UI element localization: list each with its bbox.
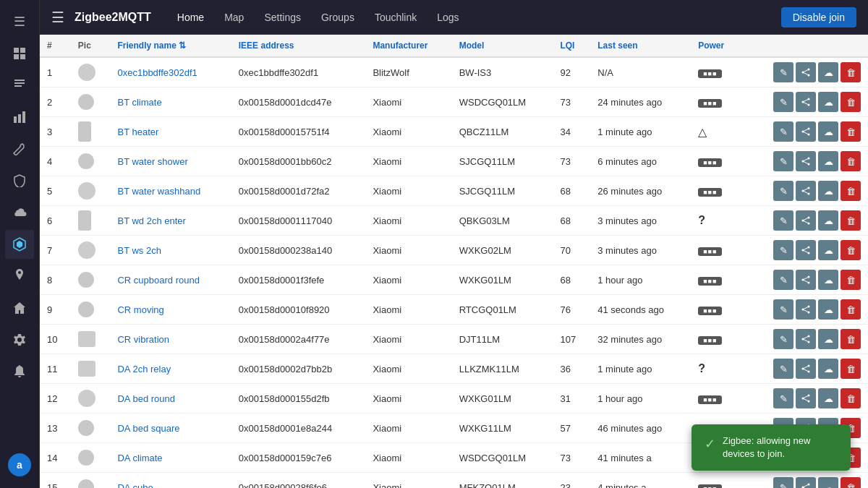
edit-button[interactable]: ✎ xyxy=(773,270,793,290)
cell-manufacturer: BlitzWolf xyxy=(365,57,451,87)
delete-button[interactable]: 🗑 xyxy=(841,359,861,379)
share-button[interactable] xyxy=(796,270,816,290)
cloud-button[interactable]: ☁ xyxy=(818,181,838,201)
share-button[interactable] xyxy=(796,359,816,379)
friendly-name-link[interactable]: BT wd 2ch enter xyxy=(117,215,185,226)
edit-button[interactable]: ✎ xyxy=(773,121,793,142)
friendly-name-link[interactable]: DA 2ch relay xyxy=(117,364,171,374)
edit-button[interactable]: ✎ xyxy=(773,299,793,320)
edit-button[interactable]: ✎ xyxy=(773,151,793,171)
dashboard-icon[interactable] xyxy=(5,39,34,68)
nav-logs[interactable]: Logs xyxy=(428,9,467,26)
share-button[interactable] xyxy=(796,151,816,171)
delete-button[interactable]: 🗑 xyxy=(841,181,861,201)
friendly-name-link[interactable]: BT heater xyxy=(117,127,158,137)
nav-touchlink[interactable]: Touchlink xyxy=(366,9,425,26)
share-button[interactable] xyxy=(796,210,816,231)
edit-button[interactable]: ✎ xyxy=(773,62,793,82)
avatar-icon[interactable]: a xyxy=(8,453,31,476)
svg-rect-2 xyxy=(14,54,19,59)
share-button[interactable] xyxy=(796,329,816,349)
cloud-button[interactable]: ☁ xyxy=(818,240,838,260)
friendly-name-link[interactable]: DA cube xyxy=(117,482,153,489)
disable-join-button[interactable]: Disable join xyxy=(781,7,856,27)
share-button[interactable] xyxy=(796,181,816,201)
cloud-button[interactable]: ☁ xyxy=(818,92,838,112)
friendly-name-link[interactable]: BT water shower xyxy=(117,156,187,167)
delete-button[interactable]: 🗑 xyxy=(841,299,861,320)
friendly-name-link[interactable]: DA climate xyxy=(117,453,162,463)
wrench-icon[interactable] xyxy=(5,134,34,163)
friendly-name-link[interactable]: BT water washhand xyxy=(117,186,200,197)
devices-icon[interactable] xyxy=(5,71,34,100)
share-button[interactable] xyxy=(796,299,816,320)
sort-ieee[interactable]: IEEE address xyxy=(239,40,294,51)
bell-icon[interactable] xyxy=(5,357,34,386)
delete-button[interactable]: 🗑 xyxy=(841,62,861,82)
delete-button[interactable]: 🗑 xyxy=(841,329,861,349)
hamburger-menu[interactable]: ☰ xyxy=(51,9,64,26)
cell-pic xyxy=(71,295,111,325)
delete-button[interactable]: 🗑 xyxy=(841,240,861,260)
cloud-button[interactable]: ☁ xyxy=(818,359,838,379)
edit-button[interactable]: ✎ xyxy=(773,359,793,379)
cloud-button[interactable]: ☁ xyxy=(818,62,838,82)
share-button[interactable] xyxy=(796,92,816,112)
friendly-name-link[interactable]: DA bed square xyxy=(117,423,179,434)
edit-button[interactable]: ✎ xyxy=(773,477,793,488)
friendly-name-link[interactable]: BT ws 2ch xyxy=(117,245,161,256)
delete-button[interactable]: 🗑 xyxy=(841,151,861,171)
cloud-button[interactable]: ☁ xyxy=(818,270,838,290)
sort-power[interactable]: Power xyxy=(698,40,724,51)
edit-button[interactable]: ✎ xyxy=(773,388,793,408)
delete-button[interactable]: 🗑 xyxy=(841,477,861,488)
cloud-button[interactable]: ☁ xyxy=(818,329,838,349)
edit-button[interactable]: ✎ xyxy=(773,329,793,349)
delete-button[interactable]: 🗑 xyxy=(841,92,861,112)
edit-button[interactable]: ✎ xyxy=(773,92,793,112)
svg-line-56 xyxy=(803,309,809,312)
zigbee-icon[interactable] xyxy=(5,230,34,259)
share-button[interactable] xyxy=(796,62,816,82)
nav-groups[interactable]: Groups xyxy=(312,9,363,26)
friendly-name-link[interactable]: CR cupboard round xyxy=(117,275,199,286)
sort-last-seen[interactable]: Last seen xyxy=(597,40,637,51)
friendly-name-link[interactable]: CR moving xyxy=(117,304,163,315)
menu-icon[interactable]: ☰ xyxy=(5,7,34,36)
delete-button[interactable]: 🗑 xyxy=(841,210,861,231)
sort-manufacturer[interactable]: Manufacturer xyxy=(373,40,427,51)
friendly-name-link[interactable]: CR vibration xyxy=(117,334,169,345)
edit-button[interactable]: ✎ xyxy=(773,240,793,260)
nav-map[interactable]: Map xyxy=(216,9,252,26)
share-button[interactable] xyxy=(796,240,816,260)
share-button[interactable] xyxy=(796,121,816,142)
edit-button[interactable]: ✎ xyxy=(773,181,793,201)
sort-friendly-name[interactable]: Friendly name ⇅ xyxy=(117,40,186,51)
nav-settings[interactable]: Settings xyxy=(255,9,310,26)
share-button[interactable] xyxy=(796,477,816,488)
cloud-button[interactable]: ☁ xyxy=(818,299,838,320)
delete-button[interactable]: 🗑 xyxy=(841,121,861,142)
delete-button[interactable]: 🗑 xyxy=(841,270,861,290)
delete-button[interactable]: 🗑 xyxy=(841,388,861,408)
cloud-button[interactable]: ☁ xyxy=(818,388,838,408)
sort-model[interactable]: Model xyxy=(459,40,485,51)
friendly-name-link[interactable]: 0xec1bbdffe302df1 xyxy=(117,67,197,78)
share-button[interactable] xyxy=(796,388,816,408)
edit-button[interactable]: ✎ xyxy=(773,210,793,231)
cloud-button[interactable]: ☁ xyxy=(818,210,838,231)
cloud-button[interactable]: ☁ xyxy=(818,121,838,142)
nav-home[interactable]: Home xyxy=(169,9,213,26)
sort-lqi[interactable]: LQI xyxy=(560,40,574,51)
settings-icon[interactable] xyxy=(5,325,34,354)
friendly-name-link[interactable]: DA bed round xyxy=(117,393,175,404)
cloud-button[interactable]: ☁ xyxy=(818,477,838,488)
pin-icon[interactable] xyxy=(5,262,34,291)
cloud-sidebar-icon[interactable] xyxy=(5,198,34,227)
cloud-button[interactable]: ☁ xyxy=(818,151,838,171)
friendly-name-link[interactable]: BT climate xyxy=(117,97,161,108)
table-row: 2 BT climate 0x00158d0001dcd47e Xiaomi W… xyxy=(40,87,868,117)
shield-icon[interactable] xyxy=(5,166,34,195)
home-icon[interactable] xyxy=(5,294,34,322)
chart-icon[interactable] xyxy=(5,103,34,132)
